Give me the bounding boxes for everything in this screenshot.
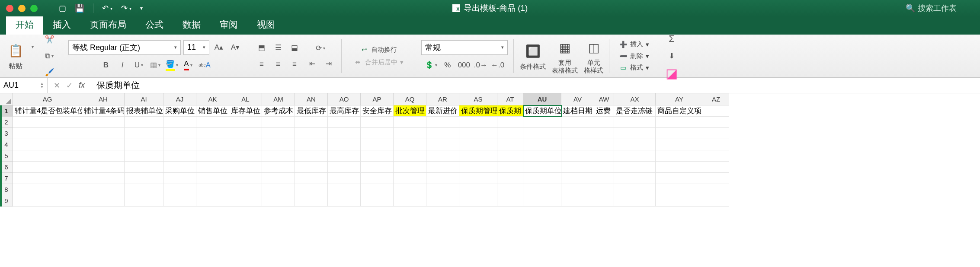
cell-AY6[interactable] xyxy=(656,162,703,173)
tab-data[interactable]: 数据 xyxy=(173,15,210,35)
column-header-AM[interactable]: AM xyxy=(262,93,295,105)
cell-AR4[interactable] xyxy=(426,139,459,150)
column-header-AI[interactable]: AI xyxy=(125,93,163,105)
cell-AS5[interactable] xyxy=(459,150,497,162)
cell-AP6[interactable] xyxy=(361,162,394,173)
cell-AU4[interactable] xyxy=(523,139,561,150)
cell-AH4[interactable] xyxy=(82,139,125,150)
cell-AK1[interactable]: 销售单位 xyxy=(196,105,229,117)
cell-AK3[interactable] xyxy=(196,128,229,139)
cell-AU1[interactable]: 保质期单位 xyxy=(523,105,561,117)
cell-AX1[interactable]: 是否走冻链 xyxy=(614,105,656,117)
cell-AL5[interactable] xyxy=(229,150,262,162)
cell-AW3[interactable] xyxy=(594,128,614,139)
cell-AV2[interactable] xyxy=(561,117,594,128)
column-header-AY[interactable]: AY xyxy=(656,93,703,105)
cell-AJ4[interactable] xyxy=(163,139,196,150)
cell-AT2[interactable] xyxy=(497,117,523,128)
column-header-AZ[interactable]: AZ xyxy=(703,93,729,105)
cell-AZ2[interactable] xyxy=(703,117,729,128)
column-header-AJ[interactable]: AJ xyxy=(163,93,196,105)
cell-AZ4[interactable] xyxy=(703,139,729,150)
cell-AM2[interactable] xyxy=(262,117,295,128)
cell-AH2[interactable] xyxy=(82,117,125,128)
cell-AQ2[interactable] xyxy=(394,117,426,128)
cell-styles-icon[interactable]: ◫ xyxy=(584,38,603,57)
cell-AT5[interactable] xyxy=(497,150,523,162)
column-header-AL[interactable]: AL xyxy=(229,93,262,105)
fill-color-button[interactable]: 🪣▾ xyxy=(165,58,179,72)
font-size-select[interactable]: 11▾ xyxy=(183,40,209,55)
cell-AG4[interactable] xyxy=(13,139,82,150)
cell-AU5[interactable] xyxy=(523,150,561,162)
italic-button[interactable]: I xyxy=(115,58,129,72)
cell-AX7[interactable] xyxy=(614,173,656,184)
search-input[interactable] xyxy=(918,4,974,13)
copy-button[interactable]: ⧉▾ xyxy=(42,49,56,63)
cell-AJ2[interactable] xyxy=(163,117,196,128)
orientation-button[interactable]: ⟳▾ xyxy=(305,41,336,55)
cell-AH8[interactable] xyxy=(82,184,125,195)
cell-AN1[interactable]: 最低库存 xyxy=(295,105,328,117)
cell-AJ6[interactable] xyxy=(163,162,196,173)
cell-AM4[interactable] xyxy=(262,139,295,150)
minimize-window-button[interactable] xyxy=(18,5,26,12)
cell-AO7[interactable] xyxy=(328,173,361,184)
align-middle-button[interactable]: ☰ xyxy=(271,41,285,55)
cell-AY7[interactable] xyxy=(656,173,703,184)
cut-button[interactable]: ✂️ xyxy=(42,33,56,47)
cell-AN8[interactable] xyxy=(295,184,328,195)
cell-AR8[interactable] xyxy=(426,184,459,195)
decrease-decimal-button[interactable]: ←.0 xyxy=(490,58,505,72)
cell-AP4[interactable] xyxy=(361,139,394,150)
redo-icon[interactable]: ↷ ▾ xyxy=(121,3,131,13)
formula-input[interactable]: 保质期单位 xyxy=(91,78,980,93)
delete-cells-button[interactable]: ➖删除 ▾ xyxy=(619,52,649,60)
tab-review[interactable]: 审阅 xyxy=(210,15,247,35)
cell-AI2[interactable] xyxy=(125,117,163,128)
increase-decimal-button[interactable]: .0→ xyxy=(474,58,488,72)
cell-AM7[interactable] xyxy=(262,173,295,184)
cell-AX2[interactable] xyxy=(614,117,656,128)
cell-AX3[interactable] xyxy=(614,128,656,139)
cell-AW7[interactable] xyxy=(594,173,614,184)
cell-AS6[interactable] xyxy=(459,162,497,173)
cell-AZ8[interactable] xyxy=(703,184,729,195)
cell-AL9[interactable] xyxy=(229,195,262,207)
merge-center-button[interactable]: ⬌合并后居中 ▾ xyxy=(354,58,404,67)
align-right-button[interactable]: ≡ xyxy=(287,57,302,72)
cell-AV3[interactable] xyxy=(561,128,594,139)
cell-AZ7[interactable] xyxy=(703,173,729,184)
cell-AG2[interactable] xyxy=(13,117,82,128)
cell-AP2[interactable] xyxy=(361,117,394,128)
cell-AU6[interactable] xyxy=(523,162,561,173)
cell-AK7[interactable] xyxy=(196,173,229,184)
phonetic-button[interactable]: abcA xyxy=(198,58,211,72)
cell-AT1[interactable]: 保质期 xyxy=(497,105,523,117)
cell-AJ5[interactable] xyxy=(163,150,196,162)
cell-AR5[interactable] xyxy=(426,150,459,162)
cell-AY3[interactable] xyxy=(656,128,703,139)
cell-AG5[interactable] xyxy=(13,150,82,162)
cell-AG6[interactable] xyxy=(13,162,82,173)
cell-AV7[interactable] xyxy=(561,173,594,184)
align-top-button[interactable]: ⬒ xyxy=(254,41,269,55)
cell-AQ6[interactable] xyxy=(394,162,426,173)
cell-AY8[interactable] xyxy=(656,184,703,195)
cell-AQ4[interactable] xyxy=(394,139,426,150)
cell-AT4[interactable] xyxy=(497,139,523,150)
cell-AS9[interactable] xyxy=(459,195,497,207)
format-painter-button[interactable]: 🖌️ xyxy=(42,66,56,79)
cell-AJ8[interactable] xyxy=(163,184,196,195)
cell-AM6[interactable] xyxy=(262,162,295,173)
increase-font-button[interactable]: A▴ xyxy=(212,41,226,54)
cell-AP9[interactable] xyxy=(361,195,394,207)
row-header-2[interactable]: 2 xyxy=(0,117,13,128)
cell-AQ9[interactable] xyxy=(394,195,426,207)
cell-AG9[interactable] xyxy=(13,195,82,207)
cell-AW1[interactable]: 运费 xyxy=(594,105,614,117)
clear-button[interactable]: ◪ xyxy=(665,67,679,80)
cell-AN2[interactable] xyxy=(295,117,328,128)
cell-AW8[interactable] xyxy=(594,184,614,195)
column-header-AW[interactable]: AW xyxy=(594,93,614,105)
